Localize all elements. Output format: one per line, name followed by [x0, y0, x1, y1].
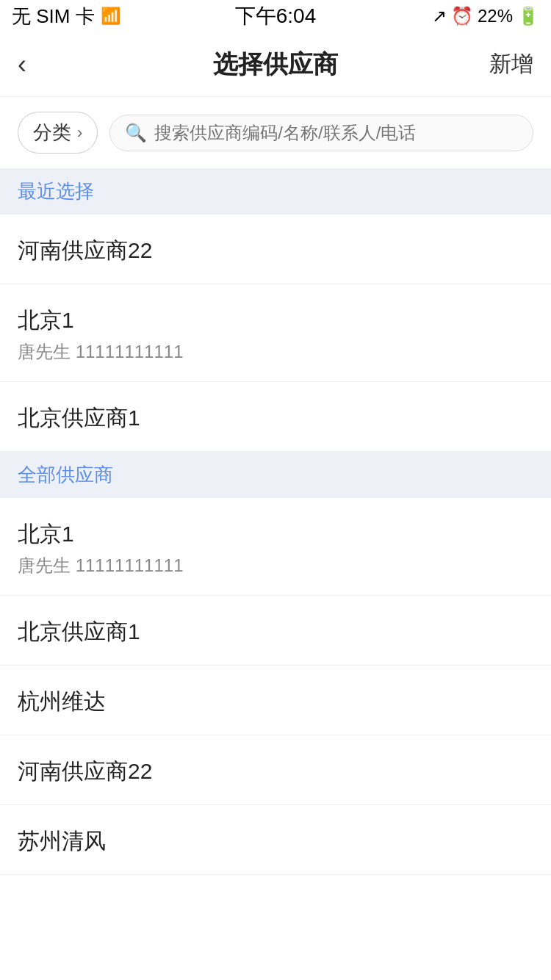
all-items-list: 北京1唐先生 11111111111北京供应商1杭州维达河南供应商22苏州清风: [0, 498, 551, 875]
search-icon: 🔍: [125, 123, 147, 143]
item-sub: 唐先生 11111111111: [18, 340, 533, 364]
recent-section-label: 最近选择: [18, 180, 94, 202]
list-item[interactable]: 河南供应商22: [0, 735, 551, 805]
recent-section-header: 最近选择: [0, 168, 551, 215]
status-right: ↗ ⏰ 22% 🔋: [432, 6, 539, 26]
back-button[interactable]: ‹: [18, 49, 62, 80]
no-sim-label: 无 SIM 卡: [12, 4, 95, 29]
list-item[interactable]: 北京1唐先生 11111111111: [0, 284, 551, 382]
status-left: 无 SIM 卡 📶: [12, 4, 120, 29]
item-name: 河南供应商22: [18, 235, 533, 266]
category-label: 分类: [33, 120, 71, 145]
list-item[interactable]: 北京供应商1: [0, 382, 551, 452]
list-item[interactable]: 河南供应商22: [0, 215, 551, 284]
item-name: 北京供应商1: [18, 403, 533, 433]
list-item[interactable]: 北京1唐先生 11111111111: [0, 498, 551, 596]
alarm-icon: ⏰: [451, 6, 473, 26]
all-section-header: 全部供应商: [0, 452, 551, 498]
category-button[interactable]: 分类 ›: [18, 112, 98, 154]
item-sub: 唐先生 11111111111: [18, 554, 533, 577]
page-title: 选择供应商: [213, 48, 338, 82]
chevron-right-icon: ›: [77, 123, 82, 143]
item-name: 北京供应商1: [18, 616, 533, 647]
list-item[interactable]: 苏州清风: [0, 805, 551, 875]
list-item[interactable]: 北京供应商1: [0, 596, 551, 666]
list-item[interactable]: 杭州维达: [0, 666, 551, 735]
recent-items-list: 河南供应商22北京1唐先生 11111111111北京供应商1: [0, 215, 551, 452]
item-name: 杭州维达: [18, 686, 533, 717]
battery-label: 22%: [478, 6, 513, 26]
wifi-icon: 📶: [101, 7, 120, 26]
location-icon: ↗: [432, 6, 447, 26]
item-name: 河南供应商22: [18, 756, 533, 787]
nav-bar: ‹ 选择供应商 新增: [0, 32, 551, 97]
add-button[interactable]: 新增: [489, 49, 533, 79]
filter-row: 分类 › 🔍: [0, 97, 551, 168]
search-box[interactable]: 🔍: [109, 115, 533, 151]
battery-icon: 🔋: [517, 6, 539, 26]
item-name: 北京1: [18, 519, 533, 550]
item-name: 苏州清风: [18, 826, 533, 857]
item-name: 北京1: [18, 305, 533, 336]
all-section-label: 全部供应商: [18, 464, 113, 486]
status-time: 下午6:04: [235, 2, 317, 30]
search-input[interactable]: [154, 123, 518, 143]
status-bar: 无 SIM 卡 📶 下午6:04 ↗ ⏰ 22% 🔋: [0, 0, 551, 32]
